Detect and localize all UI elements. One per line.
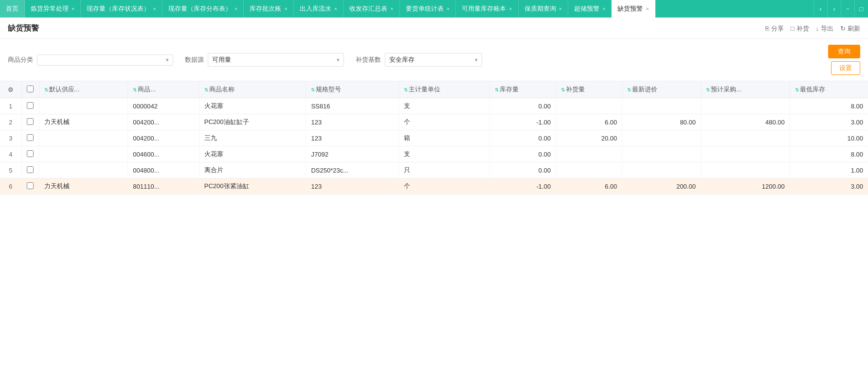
replenish-base-label: 补货基数 [356,55,381,64]
tab-prev-button[interactable]: ‹ [814,0,827,18]
tab-label-2: 现存量（库存状况表） [87,4,150,13]
tab-9[interactable]: 保质期查询× [519,0,568,18]
settings-button[interactable]: 设置 [831,61,860,75]
price-sort-icon[interactable]: ⇅ [627,87,631,92]
row-checkbox-cell[interactable] [21,146,39,162]
replenish-button[interactable]: □ 补货 [791,24,809,33]
spec-sort-icon[interactable]: ⇅ [311,87,315,92]
row-supplier [39,130,128,146]
tab-next-button[interactable]: › [827,0,841,18]
tab-label-8: 可用量库存账本 [462,4,506,13]
tab-label-1: 炼货异常处理 [31,4,69,13]
row-latest-price: 80.00 [622,114,701,130]
tab-close-9[interactable]: × [559,6,562,12]
row-spec: 123 [306,178,398,194]
row-est-purchase [701,162,790,178]
row-name: PC200张紧油缸 [199,178,306,194]
row-name: 三九 [199,130,306,146]
row-spec: SS816 [306,98,398,114]
row-est-purchase [701,98,790,114]
tab-close-11[interactable]: × [646,6,649,12]
tab-close-10[interactable]: × [602,6,605,12]
row-code: 004600... [128,146,199,162]
row-replenish [556,146,622,162]
row-unit: 个 [398,178,489,194]
datasource-value: 可用量 [212,55,231,64]
row-checkbox[interactable] [27,150,34,157]
replenish-icon: □ [791,25,795,32]
code-sort-icon[interactable]: ⇅ [133,87,137,92]
tab-6[interactable]: 收发存汇总表× [344,0,399,18]
row-checkbox[interactable] [27,166,34,173]
row-supplier [39,162,128,178]
row-checkbox[interactable] [27,182,34,189]
column-settings-icon[interactable]: ⚙ [8,86,14,93]
row-stock: -1.00 [489,114,556,130]
tab-close-8[interactable]: × [509,6,512,12]
export-button[interactable]: ↓ 导出 [816,24,834,33]
tab-10[interactable]: 超储预警× [568,0,612,18]
unit-sort-icon[interactable]: ⇅ [404,87,408,92]
row-replenish [556,162,622,178]
replenish-base-value: 安全库存 [389,55,415,64]
tab-8[interactable]: 可用量库存账本× [456,0,518,18]
supplier-sort-icon[interactable]: ⇅ [44,87,48,92]
row-checkbox-cell[interactable] [21,162,39,178]
row-replenish: 6.00 [556,114,622,130]
replenish-base-select[interactable]: 安全库存 ▾ [385,53,482,67]
tab-4[interactable]: 库存批次账× [244,0,293,18]
tab-close-4[interactable]: × [284,6,287,12]
th-settings[interactable]: ⚙ [0,81,21,98]
tab-minimize-button[interactable]: － [841,0,854,18]
select-all-checkbox[interactable] [27,86,34,92]
row-checkbox[interactable] [27,134,34,141]
row-checkbox[interactable] [27,118,34,125]
tab-close-5[interactable]: × [334,6,337,12]
query-button[interactable]: 查询 [828,45,860,58]
replenish-sort-icon[interactable]: ⇅ [561,87,565,92]
row-stock: 0.00 [489,98,556,114]
row-min-stock: 8.00 [790,146,868,162]
datasource-select[interactable]: 可用量 ▾ [208,53,344,67]
refresh-button[interactable]: ↻ 刷新 [840,24,860,33]
tab-5[interactable]: 出入库流水× [294,0,344,18]
row-checkbox-cell[interactable] [21,130,39,146]
tab-11[interactable]: 缺货预警× [612,0,655,18]
tab-2[interactable]: 现存量（库存状况表）× [81,0,162,18]
tab-close-7[interactable]: × [447,6,450,12]
category-select[interactable]: ▾ [37,54,173,66]
share-icon: ⎘ [765,25,769,32]
row-latest-price [622,130,701,146]
row-min-stock: 3.00 [790,114,868,130]
row-checkbox-cell[interactable] [21,98,39,114]
est-sort-icon[interactable]: ⇅ [706,87,710,92]
tab-label-6: 收发存汇总表 [349,4,387,13]
header-actions: ⎘ 分享 □ 补货 ↓ 导出 ↻ 刷新 [765,24,860,33]
tab-close-3[interactable]: × [235,6,237,12]
table-body: 1 0000042 火花塞 SS816 支 0.00 8.00 2 力天机械 0… [0,98,868,194]
tab-label-3: 现存量（库存分布表） [168,4,232,13]
tab-7[interactable]: 要货单统计表× [400,0,456,18]
tab-maximize-button[interactable]: □ [854,0,868,18]
tab-1[interactable]: 炼货异常处理× [25,0,81,18]
row-code: 004200... [128,130,199,146]
tab-close-1[interactable]: × [72,6,74,12]
name-sort-icon[interactable]: ⇅ [204,87,208,92]
row-checkbox-cell[interactable] [21,114,39,130]
refresh-icon: ↻ [840,25,846,32]
tab-3[interactable]: 现存量（库存分布表）× [163,0,244,18]
min-stock-sort-icon[interactable]: ⇅ [795,87,799,92]
tab-0[interactable]: 首页 [0,0,25,18]
page-content: 缺货预警 ⎘ 分享 □ 补货 ↓ 导出 ↻ 刷新 商品分类 [0,18,868,387]
row-checkbox-cell[interactable] [21,178,39,194]
tab-close-2[interactable]: × [153,6,156,12]
row-code: 004800... [128,162,199,178]
th-stock: ⇅库存量 [489,81,556,98]
stock-sort-icon[interactable]: ⇅ [495,87,499,92]
row-index: 4 [0,146,21,162]
row-checkbox[interactable] [27,102,34,109]
share-button[interactable]: ⎘ 分享 [765,24,784,33]
category-label: 商品分类 [8,55,33,64]
tab-close-6[interactable]: × [390,6,393,12]
th-checkbox[interactable] [21,81,39,98]
